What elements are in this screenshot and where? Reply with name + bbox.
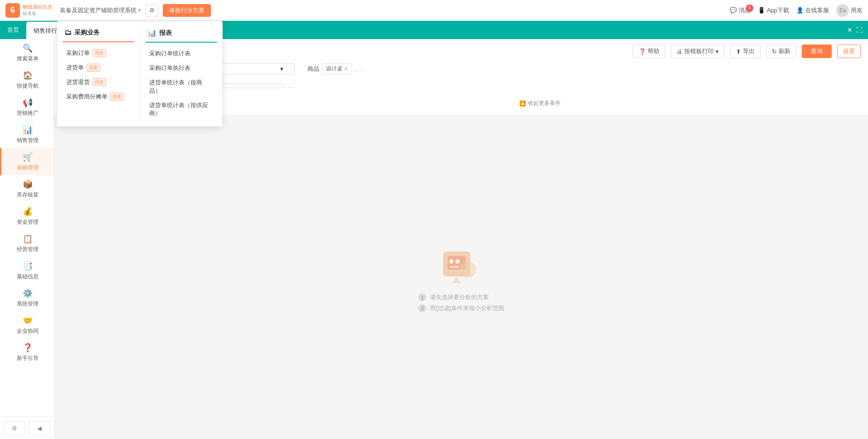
message-icon: 💬	[730, 7, 737, 14]
collapse-icon: 🔼	[519, 100, 526, 107]
avatar: Ea	[836, 4, 849, 17]
sidebar-item-purchase[interactable]: 🛒 采购管理	[0, 148, 54, 175]
service-icon: 👤	[796, 7, 804, 14]
export-button[interactable]: ⬆ 导出	[730, 44, 761, 58]
sidebar-item-inventory[interactable]: 📦 库存核算	[0, 175, 54, 202]
print-button[interactable]: 🖨 按模板打印 ▾	[671, 44, 725, 58]
sidebar-item-search[interactable]: 🔍 搜索菜单	[0, 39, 54, 66]
sidebar-item-basic-info[interactable]: 📑 基础信息	[0, 257, 54, 284]
guide-icon: ❓	[23, 343, 33, 353]
help-icon: ❓	[639, 48, 646, 55]
empty-hint-1: 1 请先选择要分析的方案	[418, 293, 504, 301]
basic-info-icon: 📑	[23, 261, 33, 271]
menu-item-purchase-return[interactable]: 进货退货 历史	[63, 75, 134, 89]
sales-icon: 📊	[23, 125, 33, 135]
system-name[interactable]: 装备及固定资产辅助管理系统 ▾	[60, 6, 141, 15]
menu-item-order-stat[interactable]: 采购订单统计表	[146, 46, 217, 61]
goods-tag-remove-icon[interactable]: ✕	[344, 66, 348, 71]
search-icon: 🔍	[23, 43, 33, 53]
close-window-icon[interactable]: ✕	[847, 26, 853, 34]
history-badge-1: 历史	[87, 64, 100, 72]
settings-filter-button[interactable]: 设置	[837, 44, 861, 58]
report-section: 📊 报表 采购订单统计表 采购订单执行表 进货单统计表（按商品） 进货单统计表（…	[140, 27, 223, 121]
help-button[interactable]: ❓ 帮助	[633, 44, 665, 58]
sidebar-item-guide[interactable]: ❓ 新手引导	[0, 339, 54, 366]
user-item[interactable]: Ea 用友	[836, 4, 863, 17]
app-download-item[interactable]: 📱 App下载	[758, 6, 789, 15]
history-badge-3: 历史	[110, 93, 124, 101]
goods-tag[interactable]: 设计桌 ✕	[322, 63, 352, 74]
refresh-button[interactable]: ↻ 刷新	[766, 44, 796, 58]
phone-icon: 📱	[758, 7, 765, 14]
svg-point-2	[449, 259, 454, 264]
marketing-icon: 📢	[23, 98, 33, 108]
empty-illustration	[434, 242, 488, 288]
menu-item-purchase-order[interactable]: 采购订单 历史	[63, 46, 134, 60]
report-section-icon: 📊	[147, 29, 156, 37]
menu-item-receive-stat-goods[interactable]: 进货单统计表（按商品）	[146, 75, 217, 98]
sidebar-collapse-btn[interactable]: ◀	[29, 421, 51, 435]
svg-point-3	[455, 259, 460, 264]
empty-hints: 1 请先选择要分析的方案 2 用[过滤]条件来缩小分析范围	[418, 293, 504, 312]
logo-icon: 6	[5, 3, 20, 18]
status-chevron-icon: ▾	[280, 65, 283, 72]
message-item[interactable]: 💬 消息 5	[730, 6, 751, 15]
history-badge-0: 历史	[93, 49, 106, 57]
coop-icon: 🤝	[23, 316, 33, 326]
query-button[interactable]: 查询	[802, 44, 832, 58]
purchase-section-icon: 🗂	[64, 29, 72, 37]
svg-point-6	[460, 261, 476, 278]
message-badge: 5	[746, 5, 753, 12]
menu-item-purchase-cost[interactable]: 采购费用分摊单 历史	[63, 89, 134, 104]
inventory-icon: 📦	[23, 179, 33, 189]
dropdown-overlay: 🗂 采购业务 采购订单 历史 进货单 历史 进货退货 历史 采购费用分摊单 历史	[57, 21, 223, 127]
sidebar-item-coop[interactable]: 🤝 企业协同	[0, 311, 54, 339]
goods-more-dots[interactable]: …	[355, 65, 362, 73]
collapse-btn[interactable]: 🔼 收起更多条件	[519, 97, 561, 110]
chevron-down-icon: ▾	[138, 7, 141, 13]
purchase-section: 🗂 采购业务 采购订单 历史 进货单 历史 进货退货 历史 采购费用分摊单 历史	[57, 27, 140, 121]
maximize-icon[interactable]: ⛶	[856, 26, 863, 34]
goods-label: 商品	[307, 65, 319, 73]
header-right: 💬 消息 5 📱 App下载 👤 在线客服 Ea 用友	[730, 4, 863, 17]
sidebar-bottom: ⚙ ◀	[0, 417, 54, 439]
header-mid: 装备及固定资产辅助管理系统 ▾ ⚙ 体验行业方案	[60, 4, 730, 17]
menu-item-purchase-receive[interactable]: 进货单 历史	[63, 60, 134, 75]
online-service-item[interactable]: 👤 在线客服	[796, 6, 829, 15]
sidebar-item-marketing[interactable]: 📢 营销推广	[0, 94, 54, 121]
logo-text: 畅捷通好生意	[23, 4, 53, 10]
sidebar-item-operations[interactable]: 📋 经营管理	[0, 230, 54, 257]
sidebar-item-finance[interactable]: 💰 资金管理	[0, 202, 54, 230]
settings-icon[interactable]: ⚙	[146, 4, 158, 17]
finance-icon: 💰	[23, 207, 33, 217]
history-badge-2: 历史	[93, 78, 106, 86]
hint-num-1: 1	[418, 293, 426, 301]
top-header: 6 畅捷通好生意 标准版 装备及固定资产辅助管理系统 ▾ ⚙ 体验行业方案 💬 …	[0, 0, 868, 21]
sidebar-item-system[interactable]: ⚙️ 系统管理	[0, 284, 54, 311]
menu-item-order-exec[interactable]: 采购订单执行表	[146, 61, 217, 75]
sidebar-item-sales[interactable]: 📊 销售管理	[0, 121, 54, 148]
svg-rect-4	[450, 266, 459, 268]
sidebar-item-quick-nav[interactable]: 🏠 快捷导航	[0, 66, 54, 94]
system-icon: ⚙️	[23, 288, 33, 298]
tab-bar-right: ✕ ⛶	[847, 26, 868, 34]
status-select[interactable]: ▾	[213, 63, 295, 74]
sidebar: 🔍 搜索菜单 🏠 快捷导航 📢 营销推广 📊 销售管理 🛒 采购管理 📦 库存核…	[0, 39, 54, 439]
trial-button[interactable]: 体验行业方案	[163, 4, 211, 17]
logo-sub: 标准版	[23, 10, 53, 17]
purchase-section-title: 🗂 采购业务	[63, 27, 134, 42]
purchase-icon: 🛒	[23, 152, 33, 162]
sidebar-settings-btn[interactable]: ⚙	[4, 421, 25, 435]
operations-icon: 📋	[23, 234, 33, 244]
svg-marker-5	[452, 276, 461, 283]
tab-home[interactable]: 首页	[0, 21, 26, 39]
salesman-more-dots[interactable]: …	[287, 82, 294, 90]
hint-num-2: 2	[418, 304, 426, 312]
empty-hint-2: 2 用[过滤]条件来缩小分析范围	[418, 304, 504, 312]
popup-menu: 🗂 采购业务 采购订单 历史 进货单 历史 进货退货 历史 采购费用分摊单 历史	[57, 21, 223, 127]
refresh-icon: ↻	[772, 48, 777, 55]
empty-state: 1 请先选择要分析的方案 2 用[过滤]条件来缩小分析范围	[54, 116, 868, 439]
menu-item-receive-stat-supplier[interactable]: 进货单统计表（按供应商）	[146, 98, 217, 121]
logo-area: 6 畅捷通好生意 标准版	[5, 3, 60, 18]
print-icon: 🖨	[677, 48, 683, 55]
